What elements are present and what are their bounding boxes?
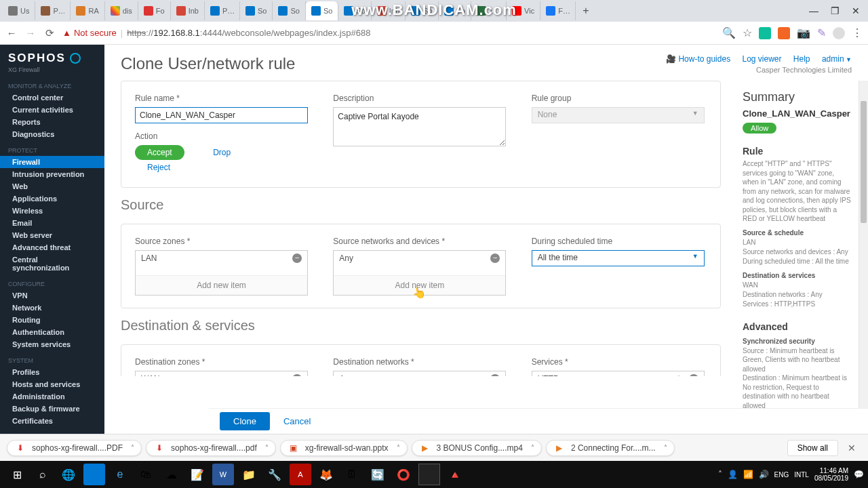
- camera-icon[interactable]: 📷: [797, 26, 810, 39]
- sidebar-item-control-center[interactable]: Control center: [0, 92, 104, 104]
- tab[interactable]: So: [406, 1, 438, 20]
- edit-icon[interactable]: ✎: [677, 374, 686, 376]
- cancel-button[interactable]: Cancel: [283, 416, 311, 426]
- sidebar-item-intrusion[interactable]: Intrusion prevention: [0, 168, 104, 180]
- remove-icon[interactable]: −: [292, 374, 302, 376]
- sidebar-item-diagnostics[interactable]: Diagnostics: [0, 128, 104, 140]
- download-item[interactable]: ▶2 Connecting For....m...˄: [546, 440, 675, 456]
- scrollbar[interactable]: [859, 81, 868, 420]
- avatar-icon[interactable]: [833, 27, 845, 39]
- maximize-icon[interactable]: ❐: [831, 5, 840, 16]
- sidebar-item-firewall[interactable]: Firewall: [0, 156, 104, 168]
- tray-chevron-icon[interactable]: ˄: [718, 470, 722, 479]
- sidebar-item-profiles[interactable]: Profiles: [0, 366, 104, 378]
- services-list[interactable]: HTTP✎− HTTPS✎−: [532, 371, 705, 376]
- taskbar-app[interactable]: 🔧: [264, 464, 285, 485]
- tab[interactable]: So: [273, 1, 305, 20]
- tab[interactable]: 100: [471, 1, 507, 20]
- volume-icon[interactable]: 🔊: [759, 470, 769, 479]
- taskbar-app[interactable]: 🔺: [444, 464, 466, 485]
- help-link[interactable]: Help: [793, 54, 810, 64]
- sidebar-item-current-activities[interactable]: Current activities: [0, 104, 104, 116]
- search-icon[interactable]: 🔍: [722, 26, 736, 39]
- download-item[interactable]: ▣xg-firewall-sd-wan.pptx˄: [280, 440, 408, 456]
- admin-menu[interactable]: admin: [822, 54, 852, 64]
- sidebar-item-backup[interactable]: Backup & firmware: [0, 403, 104, 415]
- menu-icon[interactable]: ⋮: [852, 26, 863, 39]
- taskbar-app[interactable]: 📝: [186, 464, 208, 485]
- download-item[interactable]: ▶3 BONUS Config....mp4˄: [412, 440, 542, 456]
- tray-icon[interactable]: 👤: [728, 470, 738, 479]
- tab[interactable]: Par: [205, 1, 240, 20]
- taskbar-app[interactable]: e: [109, 464, 131, 485]
- action-reject[interactable]: Reject: [135, 160, 182, 175]
- back-button[interactable]: ←: [5, 27, 18, 39]
- taskbar-app[interactable]: A: [290, 464, 311, 485]
- remove-icon[interactable]: −: [490, 253, 500, 263]
- ext-icon[interactable]: [778, 27, 790, 39]
- language-indicator[interactable]: ENG: [774, 471, 789, 479]
- taskbar-app[interactable]: 🔄: [367, 464, 389, 485]
- sidebar-item-email[interactable]: Email: [0, 217, 104, 229]
- star-icon[interactable]: ☆: [743, 26, 752, 39]
- tab[interactable]: RA: [71, 1, 104, 20]
- remove-icon[interactable]: −: [689, 374, 698, 376]
- tab[interactable]: Inb: [372, 1, 406, 20]
- download-item[interactable]: ⬇sophos-xg-firewall....pdf˄: [146, 440, 276, 456]
- logviewer-link[interactable]: Log viewer: [742, 54, 781, 64]
- taskbar-app[interactable]: [418, 464, 440, 485]
- minimize-icon[interactable]: —: [809, 5, 818, 16]
- taskbar-app[interactable]: 🌐: [58, 464, 79, 485]
- wifi-icon[interactable]: 📶: [743, 470, 753, 479]
- tab[interactable]: So: [439, 1, 471, 20]
- show-all-button[interactable]: Show all: [787, 440, 838, 456]
- clone-button[interactable]: Clone: [220, 412, 270, 430]
- sidebar-item-certificates[interactable]: Certificates: [0, 415, 104, 427]
- start-button[interactable]: ⊞: [6, 464, 28, 485]
- tab[interactable]: Psa: [35, 1, 71, 20]
- taskbar-app[interactable]: 🛍: [135, 464, 157, 485]
- tab[interactable]: Us: [3, 1, 35, 20]
- add-item-button[interactable]: Add new item: [334, 275, 505, 295]
- sidebar-item-system-services[interactable]: System services: [0, 338, 104, 350]
- notifications-icon[interactable]: 💬: [854, 470, 864, 479]
- tab[interactable]: Inb: [171, 1, 205, 20]
- tab[interactable]: Vic: [507, 1, 540, 20]
- taskbar-app[interactable]: [83, 464, 105, 485]
- taskbar-app[interactable]: W: [212, 464, 234, 485]
- howto-link[interactable]: How-to guides: [666, 54, 730, 64]
- sidebar-item-advanced-threat[interactable]: Advanced threat: [0, 241, 104, 253]
- clock[interactable]: 11:46 AM08/05/2019: [814, 467, 848, 483]
- sidebar-item-vpn[interactable]: VPN: [0, 289, 104, 302]
- taskbar-app[interactable]: ☁: [161, 464, 182, 485]
- tab[interactable]: dis: [105, 1, 138, 20]
- remove-icon[interactable]: −: [490, 374, 500, 376]
- add-item-button[interactable]: Add new item: [136, 275, 307, 295]
- rule-group-select[interactable]: None: [532, 107, 705, 123]
- pen-icon[interactable]: ✎: [817, 26, 826, 39]
- description-input[interactable]: Captive Portal Kayode: [333, 107, 506, 146]
- sidebar-item-routing[interactable]: Routing: [0, 314, 104, 326]
- rule-name-input[interactable]: [135, 107, 308, 123]
- tab[interactable]: So: [240, 1, 273, 20]
- sidebar-item-central-sync[interactable]: Central synchronization: [0, 253, 104, 274]
- sidebar-item-web-server[interactable]: Web server: [0, 229, 104, 241]
- ext-icon[interactable]: [759, 27, 771, 39]
- tab[interactable]: So: [338, 1, 371, 20]
- sidebar-item-administration[interactable]: Administration: [0, 390, 104, 403]
- close-downloads-button[interactable]: ✕: [842, 443, 861, 453]
- taskbar-app[interactable]: 🦊: [315, 464, 337, 485]
- schedule-select[interactable]: All the time: [532, 250, 705, 266]
- dst-zones-list[interactable]: WAN−: [135, 371, 308, 376]
- src-net-list[interactable]: Any− Add new item: [333, 250, 506, 296]
- keyboard-indicator[interactable]: INTL: [794, 471, 809, 479]
- src-zones-list[interactable]: LAN− Add new item: [135, 250, 308, 296]
- taskbar-app[interactable]: 📁: [238, 464, 260, 485]
- tab-active[interactable]: So: [306, 1, 338, 20]
- sidebar-item-hosts[interactable]: Hosts and services: [0, 378, 104, 390]
- close-icon[interactable]: ✕: [852, 5, 860, 16]
- taskbar-app[interactable]: 🗓: [341, 464, 363, 485]
- sidebar-item-wireless[interactable]: Wireless: [0, 205, 104, 217]
- reload-button[interactable]: ⟳: [43, 27, 56, 39]
- remove-icon[interactable]: −: [292, 253, 302, 263]
